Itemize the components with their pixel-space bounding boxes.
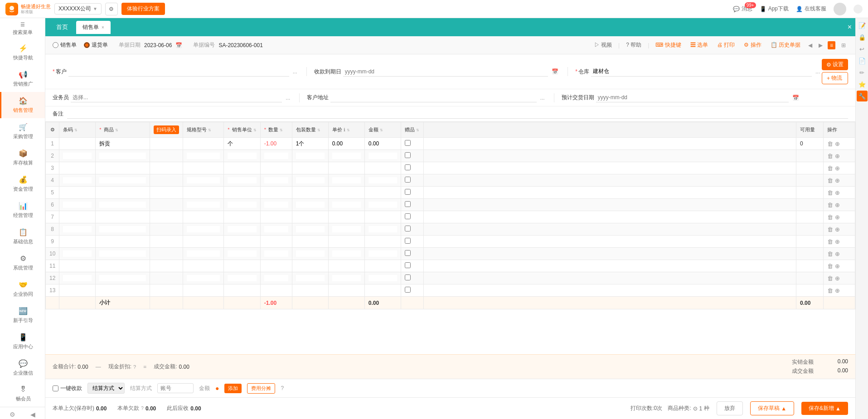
online-support-button[interactable]: 👤 在线客服 [796, 5, 826, 13]
sidebar-item-marketing[interactable]: 📢 营销推广 [0, 66, 45, 92]
row-price[interactable] [328, 248, 364, 260]
row-qty[interactable] [260, 284, 292, 297]
row-barcode[interactable] [59, 248, 96, 260]
row-gift[interactable] [401, 248, 423, 260]
avatar[interactable] [834, 3, 846, 15]
row-gift[interactable] [401, 150, 423, 162]
row-spec[interactable] [183, 223, 224, 236]
history-button[interactable]: 📋 历史单据 [768, 40, 803, 50]
company-selector[interactable]: XXXXXX公司 ▼ [54, 3, 102, 14]
row-pkg[interactable] [292, 199, 328, 211]
row-price[interactable] [328, 199, 364, 211]
row-qty[interactable] [260, 199, 292, 211]
row-unit[interactable] [224, 236, 260, 248]
row-unit[interactable] [224, 138, 260, 150]
delete-icon[interactable]: 🗑 [827, 165, 833, 172]
discard-button[interactable]: 放弃 [717, 401, 743, 415]
delivery-date-calendar-icon[interactable]: 📅 [790, 95, 801, 101]
row-price[interactable] [328, 211, 364, 223]
row-qty[interactable] [260, 138, 292, 150]
row-amount[interactable] [364, 162, 401, 174]
row-amount[interactable] [364, 272, 401, 284]
row-barcode[interactable] [59, 162, 96, 174]
delete-icon[interactable]: 🗑 [827, 226, 833, 233]
row-spec[interactable] [183, 272, 224, 284]
copy-icon[interactable]: ⊕ [835, 177, 840, 184]
row-spec[interactable] [183, 138, 224, 150]
save-draft-button[interactable]: 保存草稿 ▲ [750, 401, 794, 415]
right-icon-edit[interactable]: 📝 [857, 20, 868, 31]
product-type-icon[interactable]: ⊙ [693, 405, 698, 412]
copy-icon[interactable]: ⊕ [835, 250, 840, 257]
row-price[interactable] [328, 260, 364, 272]
payment-due-input[interactable] [343, 67, 548, 77]
right-icon-tool[interactable]: 🔧 [857, 91, 868, 101]
row-price[interactable] [328, 187, 364, 199]
row-pkg[interactable] [292, 223, 328, 236]
row-product[interactable] [96, 150, 150, 162]
row-amount[interactable] [364, 260, 401, 272]
row-unit[interactable] [224, 211, 260, 223]
row-unit[interactable] [224, 260, 260, 272]
sidebar-item-operation[interactable]: 📊 经营管理 [0, 197, 45, 223]
radio-sale-order[interactable]: 销售单 [53, 41, 77, 49]
row-product[interactable] [96, 284, 150, 297]
shortcut-button[interactable]: ⌨ 快捷键 [653, 40, 684, 50]
logistics-button[interactable]: + 物流 [822, 72, 848, 84]
row-qty[interactable] [260, 174, 292, 187]
settings-gear-button[interactable]: ⚙ [105, 3, 118, 15]
row-barcode[interactable] [59, 223, 96, 236]
tab-home[interactable]: 首页 [49, 20, 75, 34]
row-pkg[interactable] [292, 260, 328, 272]
sidebar-item-sales[interactable]: 🏠 销售管理 [0, 92, 45, 118]
row-barcode[interactable] [59, 211, 96, 223]
sidebar-item-system[interactable]: ⚙ 系统管理 [0, 250, 45, 276]
sort-product-icon[interactable]: ⇅ [115, 128, 118, 132]
row-barcode[interactable] [59, 284, 96, 297]
row-product[interactable] [96, 260, 150, 272]
row-product[interactable] [96, 187, 150, 199]
row-gift[interactable] [401, 174, 423, 187]
copy-icon[interactable]: ⊕ [835, 214, 840, 221]
sort-unit-icon[interactable]: ⇅ [253, 128, 257, 132]
row-unit[interactable] [224, 223, 260, 236]
row-qty[interactable] [260, 248, 292, 260]
row-barcode[interactable] [59, 138, 96, 150]
sort-amount-icon[interactable]: ⇅ [380, 128, 383, 132]
row-spec[interactable] [183, 150, 224, 162]
row-unit[interactable] [224, 187, 260, 199]
delivery-date-input[interactable] [596, 93, 789, 102]
sidebar-item-inventory[interactable]: 📦 库存核算 [0, 144, 45, 171]
row-spec[interactable] [183, 162, 224, 174]
help-button[interactable]: ? 帮助 [623, 40, 644, 50]
row-qty[interactable] [260, 236, 292, 248]
row-spec[interactable] [183, 187, 224, 199]
row-amount[interactable] [364, 284, 401, 297]
row-product[interactable] [96, 223, 150, 236]
sidebar-item-finance[interactable]: 💰 资金管理 [0, 171, 45, 197]
row-qty[interactable] [260, 272, 292, 284]
tab-close-icon[interactable]: × [102, 25, 104, 30]
row-spec[interactable] [183, 284, 224, 297]
row-amount[interactable] [364, 174, 401, 187]
salesperson-input[interactable] [71, 93, 282, 102]
row-qty[interactable] [260, 223, 292, 236]
row-unit[interactable] [224, 248, 260, 260]
row-product[interactable] [96, 199, 150, 211]
row-gift[interactable] [401, 211, 423, 223]
row-barcode[interactable] [59, 174, 96, 187]
delete-icon[interactable]: 🗑 [827, 177, 833, 184]
order-balance-info-icon[interactable]: ? [141, 406, 144, 411]
row-amount[interactable] [364, 199, 401, 211]
row-barcode[interactable] [59, 260, 96, 272]
salesperson-dots[interactable]: ... [284, 95, 292, 101]
row-product[interactable] [96, 138, 150, 150]
row-barcode[interactable] [59, 236, 96, 248]
view-grid-icon[interactable]: ⊞ [839, 41, 848, 49]
settlement-method-select[interactable]: 结算方式 [87, 383, 125, 394]
row-unit[interactable] [224, 284, 260, 297]
nav-prev-icon[interactable]: ◀ [807, 42, 814, 48]
scan-barcode-button[interactable]: 扫码录入 [154, 125, 179, 134]
delete-icon[interactable]: 🗑 [827, 238, 833, 245]
delete-icon[interactable]: 🗑 [827, 287, 833, 294]
